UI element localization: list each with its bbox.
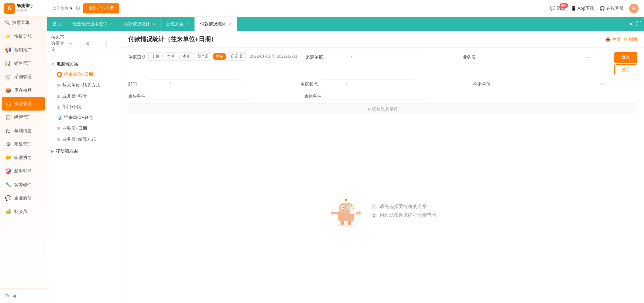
tab-bank[interactable]: 现金银行流水查询 × — [67, 17, 118, 31]
scheme-item-agent-settle[interactable]: ⊞ 业务员+结算方式 — [47, 134, 121, 145]
wechat-icon: 💬 — [5, 195, 11, 202]
sidebar-item-inventory[interactable]: 📦 库存核算 — [0, 84, 47, 97]
sidebar-bottom: ⚙ ◀ — [0, 288, 47, 303]
left-panel-collapse-btn[interactable]: 《 — [103, 40, 117, 47]
user-avatar[interactable]: Rit — [629, 4, 639, 13]
note-head-label: 表头备注 — [128, 91, 147, 99]
tab-new-plan-close[interactable]: × — [186, 22, 189, 26]
dept-select[interactable]: ▾ — [146, 80, 240, 87]
filter-settings-button[interactable]: 设置 — [614, 64, 637, 75]
note-body-input[interactable] — [325, 91, 427, 99]
sidebar-item-hardware[interactable]: 🔧 智能硬件 — [0, 178, 47, 191]
tabbar: 首页 现金银行流水查询 × 收款情况统计 × 新建方案 × 付款情况统计 × ✕… — [47, 17, 644, 31]
guide-icon: 🎯 — [5, 168, 11, 175]
filter-area: 单据日期 上月 本月 本年 近7天 更多 自定义 2022-01-01 至 20… — [121, 48, 644, 119]
sidebar-collapse-icon[interactable]: ◀ — [12, 293, 16, 299]
tab-receipt[interactable]: 收款情况统计 × — [118, 17, 161, 31]
scheme-item-counterpart-settle[interactable]: ⊞ 往来单位+结算方式 — [47, 80, 121, 91]
collapse-conditions-btn[interactable]: ∧ 收起更多条件 — [128, 103, 637, 114]
empty-illustration — [329, 198, 363, 224]
scheme-settings-btn[interactable]: ⚙ — [86, 41, 100, 46]
counterpart-input[interactable] — [494, 79, 595, 87]
tab-close-all-btn[interactable]: ✕ — [629, 21, 633, 27]
sidebar-item-enterprise[interactable]: 🤝 企业协同 — [0, 151, 47, 164]
search-menu-label: 搜索菜单 — [12, 20, 30, 26]
app-download-btn[interactable]: 📱 App下载 — [571, 5, 594, 11]
date-btn-last-month[interactable]: 上月 — [148, 52, 163, 61]
service-btn[interactable]: 🎧 在线客服 — [599, 5, 624, 11]
company-selector[interactable]: 公司名称 ▾ — [53, 5, 72, 11]
empty-hint-1: 1 请先选择要分析的方案 — [371, 204, 436, 210]
trial-button[interactable]: 体验行业方案 — [83, 3, 119, 13]
export-button[interactable]: 📤 导出 — [605, 36, 621, 42]
add-scheme-btn[interactable]: ＋ — [68, 40, 83, 47]
scheme-item-counterpart-date[interactable]: 往来单位+日期 — [47, 69, 121, 80]
scheme-item-label-6: 业务员+日期 — [62, 125, 87, 131]
search-menu[interactable]: 🔍 搜索菜单 — [0, 17, 47, 28]
sidebar-item-marketing[interactable]: 📢 营销推广 — [0, 43, 47, 57]
source-select[interactable]: ▾ — [327, 53, 421, 60]
message-btn[interactable]: 💬 消息 99+ — [550, 5, 565, 11]
export-icon: 📤 — [605, 37, 611, 42]
system-label: 系统管理 — [14, 141, 32, 147]
scheme-item-dept-date[interactable]: ⊞ 部门+日期 — [47, 101, 121, 112]
topbar-left: 公司名称 ▾ ⚙ 体验行业方案 — [53, 3, 546, 13]
tab-new-plan[interactable]: 新建方案 × — [161, 17, 195, 31]
sidebar-item-purchase[interactable]: 🛒 采购管理 — [0, 70, 47, 84]
date-btn-more[interactable]: 更多 — [213, 53, 226, 60]
logo-sub: 标准版 — [17, 8, 33, 13]
category-mobile[interactable]: ▶ 移动端方案 — [47, 146, 121, 156]
basic-icon: 🗂 — [5, 127, 11, 134]
page-actions: 📤 导出 ↻ 刷新 — [605, 36, 637, 42]
source-dropdown-icon: ▾ — [351, 54, 353, 59]
note-head-input[interactable] — [149, 91, 251, 99]
scheme-item-agent-date[interactable]: ⊞ 业务员+日期 — [47, 123, 121, 134]
hardware-icon: 🔧 — [5, 181, 11, 188]
status-dropdown-icon: ▾ — [346, 81, 348, 86]
status-select[interactable]: ▾ — [322, 80, 416, 87]
topbar-right: 💬 消息 99+ 📱 App下载 🎧 在线客服 Rit — [550, 4, 639, 13]
sidebar-item-member[interactable]: 👑 畅会员 — [0, 205, 47, 218]
category-desktop[interactable]: ▼ 电脑端方案 — [47, 59, 121, 69]
sidebar-item-wechat[interactable]: 💬 企业微信 — [0, 191, 47, 205]
counterpart-dots[interactable]: … — [598, 80, 606, 86]
sidebar-item-quick-nav[interactable]: ⚡ 快捷导航 — [0, 30, 47, 43]
sidebar-item-guide[interactable]: 🎯 新手引导 — [0, 164, 47, 178]
hint-text-1: 请先选择要分析的方案 — [380, 204, 427, 210]
sidebar-item-operation[interactable]: 📋 经营管理 — [0, 111, 47, 124]
left-panel-title: 按以下方案查询 — [51, 34, 66, 53]
tab-maximize-btn[interactable]: ⛶ — [636, 21, 641, 27]
topbar-settings-icon[interactable]: ⚙ — [75, 5, 81, 12]
date-btn-7days[interactable]: 近7天 — [195, 52, 211, 61]
tab-bank-close[interactable]: × — [110, 22, 113, 26]
query-btn-group: 查询 设置 — [614, 52, 637, 75]
app-label: App下载 — [578, 5, 594, 11]
query-button[interactable]: 查询 — [614, 52, 637, 63]
date-btn-this-year[interactable]: 本年 — [179, 52, 194, 61]
tab-home[interactable]: 首页 — [47, 17, 67, 31]
left-panel: 按以下方案查询 ＋ ⚙ 《 ▼ 电脑端方案 往来单位+日期 ⊞ — [47, 31, 121, 303]
refresh-label: 刷新 — [628, 36, 637, 42]
sidebar-item-basic[interactable]: 🗂 基础信息 — [0, 124, 47, 138]
scheme-item-agent-account[interactable]: ⊞ 业务员+账号 — [47, 91, 121, 101]
tab-receipt-close[interactable]: × — [153, 22, 155, 26]
scheme-item-label-3: 业务员+账号 — [62, 93, 87, 99]
sidebar-item-sales[interactable]: 📊 销售管理 — [0, 57, 47, 70]
date-btn-this-month[interactable]: 本月 — [164, 52, 178, 61]
sidebar-settings-icon[interactable]: ⚙ — [5, 293, 9, 299]
table-icon-5: ⊞ — [57, 137, 60, 142]
logo-icon: 6 — [4, 3, 15, 14]
sidebar-item-finance[interactable]: 💰 资金管理 — [2, 97, 45, 111]
agent-dots[interactable]: … — [584, 53, 592, 59]
agent-input[interactable] — [480, 52, 582, 60]
sidebar-item-system[interactable]: ⚙ 系统管理 — [0, 138, 47, 151]
date-btn-custom[interactable]: 自定义 — [228, 52, 246, 61]
tab-payment[interactable]: 付款情况统计 × — [195, 17, 237, 31]
table-icon-2: ⊞ — [57, 94, 60, 99]
scheme-item-counterpart-account[interactable]: 📊 往来单位+账号 — [47, 112, 121, 123]
tab-payment-close[interactable]: × — [229, 22, 231, 26]
wechat-label: 企业微信 — [14, 195, 32, 201]
table-icon-4: ⊞ — [57, 126, 60, 131]
date-label: 单据日期 — [128, 52, 148, 60]
refresh-button[interactable]: ↻ 刷新 — [623, 36, 637, 42]
